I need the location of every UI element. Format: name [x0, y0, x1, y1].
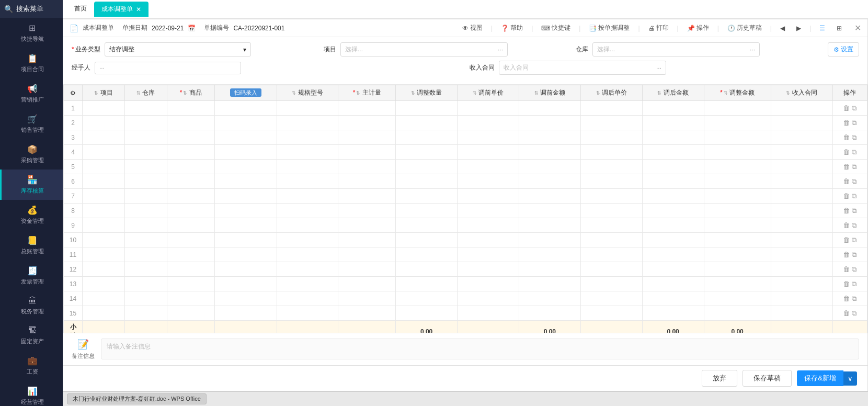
cell-project-5[interactable]	[83, 160, 125, 174]
cell-goods-1[interactable]	[167, 101, 214, 116]
delete-row-icon-2[interactable]: 🗑	[843, 119, 850, 127]
agent-input[interactable]: ···	[95, 62, 241, 74]
cell-prev-unit-price-5[interactable]	[458, 160, 519, 174]
tab-cost-adjust[interactable]: 成本调整单 ✕	[94, 2, 149, 17]
cell-income-contract-12[interactable]	[771, 262, 832, 277]
cell-adjust-amount-9[interactable]	[704, 218, 771, 233]
cell-prev-unit-price-10[interactable]	[458, 233, 519, 247]
copy-row-icon-13[interactable]: ⧉	[852, 280, 856, 288]
cell-after-unit-price-4[interactable]	[580, 145, 642, 160]
cell-warehouse-14[interactable]	[124, 291, 167, 306]
discard-btn[interactable]: 放弃	[702, 370, 737, 387]
cell-after-unit-price-1[interactable]	[580, 101, 642, 116]
view-btn[interactable]: 👁 视图	[459, 22, 486, 33]
cell-unit-10[interactable]	[338, 233, 396, 247]
sidebar-item-operations[interactable]: 📊 经营管理	[0, 381, 63, 406]
cell-after-unit-price-14[interactable]	[580, 291, 642, 306]
cell-warehouse-13[interactable]	[124, 277, 167, 291]
delete-row-icon-8[interactable]: 🗑	[843, 207, 850, 215]
cell-project-15[interactable]	[83, 306, 125, 321]
sidebar-item-fund[interactable]: 💰 资金管理	[0, 200, 63, 230]
cell-project-11[interactable]	[83, 247, 125, 262]
cell-prev-amount-4[interactable]	[519, 145, 580, 160]
cell-warehouse-9[interactable]	[124, 218, 167, 233]
cell-spec-9[interactable]	[277, 218, 338, 233]
cell-prev-unit-price-6[interactable]	[458, 174, 519, 189]
delete-row-icon-6[interactable]: 🗑	[843, 177, 850, 185]
cell-prev-amount-13[interactable]	[519, 277, 580, 291]
cell-unit-6[interactable]	[338, 174, 396, 189]
cell-prev-amount-5[interactable]	[519, 160, 580, 174]
delete-row-icon-13[interactable]: 🗑	[843, 280, 850, 288]
cell-scan-5[interactable]	[214, 160, 277, 174]
cell-scan-4[interactable]	[214, 145, 277, 160]
cell-prev-unit-price-9[interactable]	[458, 218, 519, 233]
cell-spec-14[interactable]	[277, 291, 338, 306]
cell-project-8[interactable]	[83, 204, 125, 218]
cell-prev-unit-price-12[interactable]	[458, 262, 519, 277]
cell-after-amount-15[interactable]	[642, 306, 704, 321]
cell-project-4[interactable]	[83, 145, 125, 160]
sidebar-item-inventory[interactable]: 🏪 库存核算	[0, 170, 63, 200]
save-new-btn[interactable]: 保存&新增	[797, 370, 843, 386]
cell-adjust-qty-10[interactable]	[396, 233, 458, 247]
cell-prev-unit-price-15[interactable]	[458, 306, 519, 321]
cell-project-10[interactable]	[83, 233, 125, 247]
cell-spec-15[interactable]	[277, 306, 338, 321]
cell-income-contract-10[interactable]	[771, 233, 832, 247]
cell-prev-unit-price-2[interactable]	[458, 116, 519, 130]
cell-spec-7[interactable]	[277, 189, 338, 204]
cell-warehouse-3[interactable]	[124, 130, 167, 145]
help-btn[interactable]: ❓ 帮助	[498, 22, 526, 33]
delete-row-icon-15[interactable]: 🗑	[843, 309, 850, 317]
cell-adjust-qty-2[interactable]	[396, 116, 458, 130]
cell-adjust-qty-14[interactable]	[396, 291, 458, 306]
cell-income-contract-6[interactable]	[771, 174, 832, 189]
cell-income-contract-7[interactable]	[771, 189, 832, 204]
cell-prev-amount-6[interactable]	[519, 174, 580, 189]
cell-adjust-qty-7[interactable]	[396, 189, 458, 204]
cell-adjust-qty-11[interactable]	[396, 247, 458, 262]
form-view-btn[interactable]: ⊞	[833, 24, 845, 33]
cell-scan-15[interactable]	[214, 306, 277, 321]
cell-scan-14[interactable]	[214, 291, 277, 306]
cell-unit-14[interactable]	[338, 291, 396, 306]
cell-goods-6[interactable]	[167, 174, 214, 189]
print-btn[interactable]: 🖨 打印	[645, 22, 672, 33]
cell-unit-8[interactable]	[338, 204, 396, 218]
cell-after-amount-6[interactable]	[642, 174, 704, 189]
cell-after-amount-3[interactable]	[642, 130, 704, 145]
sidebar-item-project-contract[interactable]: 📋 项目合同	[0, 48, 63, 78]
income-contract-input[interactable]: 收入合同 ···	[499, 61, 666, 75]
cell-unit-12[interactable]	[338, 262, 396, 277]
cell-prev-unit-price-1[interactable]	[458, 101, 519, 116]
delete-row-icon-3[interactable]: 🗑	[843, 133, 850, 141]
cell-scan-8[interactable]	[214, 204, 277, 218]
calendar-icon[interactable]: 📅	[188, 25, 196, 32]
cell-adjust-qty-9[interactable]	[396, 218, 458, 233]
cell-after-amount-8[interactable]	[642, 204, 704, 218]
cell-adjust-amount-8[interactable]	[704, 204, 771, 218]
cell-income-contract-15[interactable]	[771, 306, 832, 321]
cell-adjust-amount-5[interactable]	[704, 160, 771, 174]
cell-after-amount-4[interactable]	[642, 145, 704, 160]
cell-adjust-amount-14[interactable]	[704, 291, 771, 306]
cell-scan-11[interactable]	[214, 247, 277, 262]
cell-scan-6[interactable]	[214, 174, 277, 189]
cell-warehouse-11[interactable]	[124, 247, 167, 262]
shortcut-btn[interactable]: ⌨ 快捷键	[538, 22, 574, 33]
sidebar-item-purchase[interactable]: 📦 采购管理	[0, 139, 63, 170]
cell-prev-unit-price-8[interactable]	[458, 204, 519, 218]
cell-goods-7[interactable]	[167, 189, 214, 204]
copy-row-icon-2[interactable]: ⧉	[852, 119, 856, 127]
cell-unit-3[interactable]	[338, 130, 396, 145]
cell-warehouse-15[interactable]	[124, 306, 167, 321]
cell-after-unit-price-2[interactable]	[580, 116, 642, 130]
cell-after-amount-13[interactable]	[642, 277, 704, 291]
cell-income-contract-5[interactable]	[771, 160, 832, 174]
cell-goods-14[interactable]	[167, 291, 214, 306]
cell-warehouse-6[interactable]	[124, 174, 167, 189]
cell-goods-13[interactable]	[167, 277, 214, 291]
cell-after-unit-price-8[interactable]	[580, 204, 642, 218]
copy-row-icon-7[interactable]: ⧉	[852, 192, 856, 200]
